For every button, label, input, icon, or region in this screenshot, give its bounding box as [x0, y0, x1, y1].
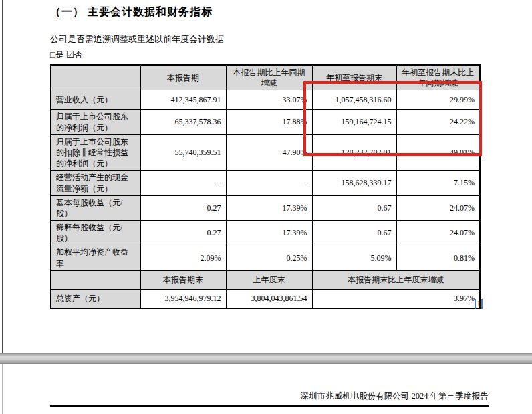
row-label: 总资产（元） [51, 289, 140, 308]
header-empty-cell [51, 65, 140, 90]
cell-value: 3,954,946,979.12 [140, 289, 226, 308]
report-title-header: 深圳市兆威机电股份有限公司 2024 年第三季度报告 [301, 391, 489, 402]
header-current-period-yoy: 本报告期比上年同期增减 [226, 65, 312, 90]
restatement-question-text: 公司是否需追溯调整或重述以前年度会计数据 [50, 33, 224, 45]
cell-value: 412,345,867.91 [140, 90, 226, 110]
table-row: 经营活动产生的现金流量净额（元） - - 158,628,339.17 7.15… [51, 171, 480, 195]
row-label: 基本每股收益（元/股） [51, 195, 140, 220]
table-header-row: 本报告期 本报告期比上年同期增减 年初至报告期末 年初至报告期末比上年同期增减 [51, 65, 480, 90]
row-label: 稀释每股收益（元/股） [51, 221, 140, 245]
header-ytd-yoy: 年初至报告期末比上年同期增减 [396, 65, 480, 90]
page-number: 1 [475, 299, 483, 309]
table-row: 归属于上市公司股东的扣除非经常性损益的净利润（元） 55,740,359.51 … [51, 134, 480, 171]
row-label: 营业收入（元） [51, 90, 140, 110]
total-assets-row: 总资产（元） 3,954,946,979.12 3,804,043,861.54… [51, 289, 480, 308]
subheader-prior-year-end: 上年度末 [226, 270, 312, 289]
cell-value: 47.90% [226, 134, 312, 171]
header-rule-line [50, 405, 489, 407]
cell-value: 24.07% [396, 195, 480, 220]
header-ytd: 年初至报告期末 [312, 65, 396, 90]
cell-value: 7.15% [396, 171, 480, 195]
financial-indicators-table: 本报告期 本报告期比上年同期增减 年初至报告期末 年初至报告期末比上年同期增减 … [50, 64, 481, 309]
cell-value: 0.67 [312, 221, 396, 245]
row-label: 加权平均净资产收益率 [51, 245, 140, 270]
row-label: 归属于上市公司股东的扣除非经常性损益的净利润（元） [51, 134, 140, 171]
cell-value: - [140, 171, 226, 195]
cell-value: 55,740,359.51 [140, 134, 226, 171]
table-subheader-row: 本报告期末 上年度末 本报告期末比上年度末增减 [51, 270, 480, 289]
cell-value: 158,628,339.17 [312, 171, 396, 195]
table-row: 归属于上市公司股东的净利润（元） 65,337,578.36 17.88% 15… [51, 110, 480, 134]
page-left-edge [2, 0, 3, 353]
cell-value: 5.09% [312, 245, 396, 270]
cell-value: 24.07% [396, 221, 480, 245]
restatement-checkboxes: □是 ☑否 [50, 49, 83, 61]
cell-value: 65,337,578.36 [140, 110, 226, 134]
cell-value: 0.67 [312, 195, 396, 220]
cell-value: 17.39% [226, 195, 312, 220]
cell-value: 33.07% [226, 90, 312, 110]
cell-value: 3.97% [312, 289, 480, 308]
cell-value: 0.25% [226, 245, 312, 270]
page-left-edge-lower [2, 364, 3, 414]
cell-value: 128,232,702.01 [312, 134, 396, 171]
row-label: 经营活动产生的现金流量净额（元） [51, 171, 140, 195]
table-row: 稀释每股收益（元/股） 0.27 17.39% 0.67 24.07% [51, 221, 480, 245]
cell-value: - [226, 171, 312, 195]
cell-value: 49.01% [396, 134, 480, 171]
subheader-period-end: 本报告期末 [140, 270, 226, 289]
table-row: 加权平均净资产收益率 2.09% 0.25% 5.09% 0.81% [51, 245, 480, 270]
cell-value: 2.09% [140, 245, 226, 270]
header-current-period: 本报告期 [140, 65, 226, 90]
table-row: 基本每股收益（元/股） 0.27 17.39% 0.67 24.07% [51, 195, 480, 220]
table-row: 营业收入（元） 412,345,867.91 33.07% 1,057,458,… [51, 90, 480, 110]
section-title: （一） 主要会计数据和财务指标 [50, 5, 213, 19]
cell-value: 0.27 [140, 221, 226, 245]
cell-value: 29.99% [396, 90, 480, 110]
page-separator-bar [0, 353, 532, 364]
cell-value: 1,057,458,316.60 [312, 90, 396, 110]
cell-value: 159,164,724.15 [312, 110, 396, 134]
subheader-empty-cell [51, 270, 140, 289]
cell-value: 0.27 [140, 195, 226, 220]
cell-value: 17.88% [226, 110, 312, 134]
subheader-change: 本报告期末比上年度末增减 [312, 270, 480, 289]
row-label: 归属于上市公司股东的净利润（元） [51, 110, 140, 134]
cell-value: 3,804,043,861.54 [226, 289, 312, 308]
cell-value: 0.81% [396, 245, 480, 270]
cell-value: 24.22% [396, 110, 480, 134]
cell-value: 17.39% [226, 221, 312, 245]
